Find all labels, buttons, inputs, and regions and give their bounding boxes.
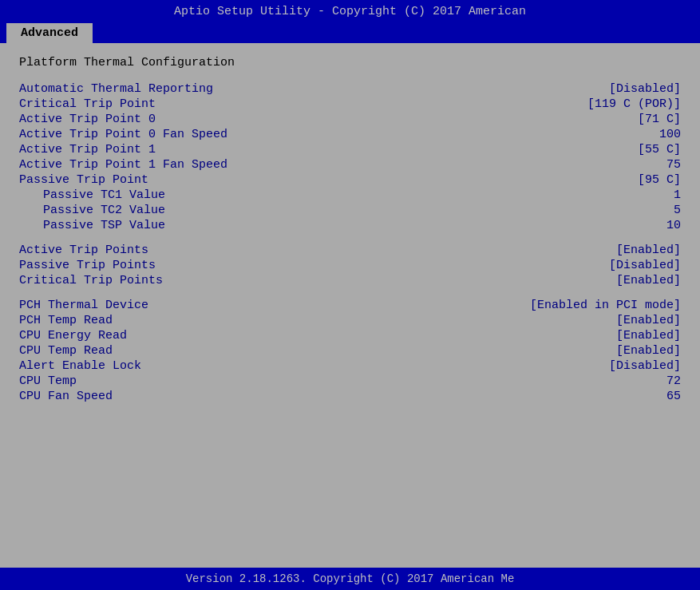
row-value: 100 <box>659 128 681 141</box>
row-value: [Enabled] <box>616 329 681 343</box>
table-row[interactable]: Automatic Thermal Reporting[Disabled] <box>19 82 681 96</box>
row-value: [119 C (POR)] <box>587 97 681 111</box>
table-row[interactable]: Passive TC1 Value1 <box>19 188 681 202</box>
footer-text: Version 2.18.1263. Copyright (C) 2017 Am… <box>186 572 515 585</box>
table-row[interactable]: Active Trip Point 1 Fan Speed75 <box>19 158 681 172</box>
table-row[interactable]: PCH Thermal Device[Enabled in PCI mode] <box>19 299 681 312</box>
table-row[interactable]: Active Trip Point 0[71 C] <box>19 113 681 126</box>
row-label: PCH Thermal Device <box>19 299 148 312</box>
row-label: Alert Enable Lock <box>19 359 141 373</box>
table-row[interactable]: Passive Trip Point[95 C] <box>19 173 681 187</box>
row-label: Critical Trip Point <box>19 97 156 111</box>
table-row[interactable]: CPU Fan Speed65 <box>19 390 681 403</box>
row-value: 10 <box>666 219 681 232</box>
title-bar: Aptio Setup Utility - Copyright (C) 2017… <box>0 0 700 23</box>
main-content: Platform Thermal Configuration Automatic… <box>0 43 700 568</box>
title-text: Aptio Setup Utility - Copyright (C) 2017… <box>174 5 526 18</box>
row-label: Active Trip Point 0 <box>19 113 156 126</box>
config-group-2: Active Trip Points[Enabled]Passive Trip … <box>19 244 681 289</box>
row-value: 5 <box>674 204 681 217</box>
row-value: [Disabled] <box>609 259 681 272</box>
table-row[interactable]: Passive Trip Points[Disabled] <box>19 259 681 272</box>
row-label: CPU Temp <box>19 374 77 388</box>
table-row[interactable]: Passive TSP Value10 <box>19 219 681 232</box>
row-label: Passive Trip Points <box>19 259 156 272</box>
row-value: 72 <box>666 374 681 388</box>
row-value: 1 <box>674 188 681 202</box>
spacer-1 <box>19 234 681 244</box>
spacer-2 <box>19 289 681 299</box>
section-title: Platform Thermal Configuration <box>19 56 681 69</box>
table-row[interactable]: PCH Temp Read[Enabled] <box>19 314 681 327</box>
row-label: Automatic Thermal Reporting <box>19 82 213 96</box>
row-value: [Enabled in PCI mode] <box>530 299 681 312</box>
table-row[interactable]: Alert Enable Lock[Disabled] <box>19 359 681 373</box>
row-value: [55 C] <box>638 143 681 156</box>
row-label: Active Trip Point 0 Fan Speed <box>19 128 227 141</box>
row-value: [Enabled] <box>616 244 681 257</box>
row-value: [95 C] <box>638 173 681 187</box>
config-group-3: PCH Thermal Device[Enabled in PCI mode]P… <box>19 299 681 405</box>
row-value: [Enabled] <box>616 314 681 327</box>
row-value: 75 <box>666 158 681 172</box>
table-row[interactable]: Active Trip Points[Enabled] <box>19 244 681 257</box>
row-label: CPU Fan Speed <box>19 390 113 403</box>
table-row[interactable]: Active Trip Point 0 Fan Speed100 <box>19 128 681 141</box>
row-value: [71 C] <box>638 113 681 126</box>
row-value: 65 <box>666 390 681 403</box>
table-row[interactable]: Critical Trip Point[119 C (POR)] <box>19 97 681 111</box>
row-label: Critical Trip Points <box>19 274 163 287</box>
table-row[interactable]: Passive TC2 Value5 <box>19 204 681 217</box>
tab-advanced[interactable]: Advanced <box>6 23 93 43</box>
row-label: CPU Energy Read <box>19 329 127 343</box>
row-label: Active Trip Point 1 Fan Speed <box>19 158 227 172</box>
table-row[interactable]: Critical Trip Points[Enabled] <box>19 274 681 287</box>
footer-bar: Version 2.18.1263. Copyright (C) 2017 Am… <box>0 568 700 590</box>
row-label: Passive Trip Point <box>19 173 148 187</box>
table-row[interactable]: CPU Temp Read[Enabled] <box>19 344 681 358</box>
row-label: Passive TC1 Value <box>19 188 165 202</box>
row-value: [Enabled] <box>616 274 681 287</box>
row-label: Passive TC2 Value <box>19 204 165 217</box>
row-label: Active Trip Points <box>19 244 148 257</box>
tab-bar: Advanced <box>0 23 700 43</box>
row-value: [Disabled] <box>609 359 681 373</box>
table-row[interactable]: CPU Temp72 <box>19 374 681 388</box>
row-value: [Disabled] <box>609 82 681 96</box>
row-label: CPU Temp Read <box>19 344 113 358</box>
table-row[interactable]: CPU Energy Read[Enabled] <box>19 329 681 343</box>
row-label: PCH Temp Read <box>19 314 113 327</box>
row-label: Passive TSP Value <box>19 219 165 232</box>
config-group-1: Automatic Thermal Reporting[Disabled]Cri… <box>19 82 681 234</box>
row-value: [Enabled] <box>616 344 681 358</box>
table-row[interactable]: Active Trip Point 1[55 C] <box>19 143 681 156</box>
row-label: Active Trip Point 1 <box>19 143 156 156</box>
